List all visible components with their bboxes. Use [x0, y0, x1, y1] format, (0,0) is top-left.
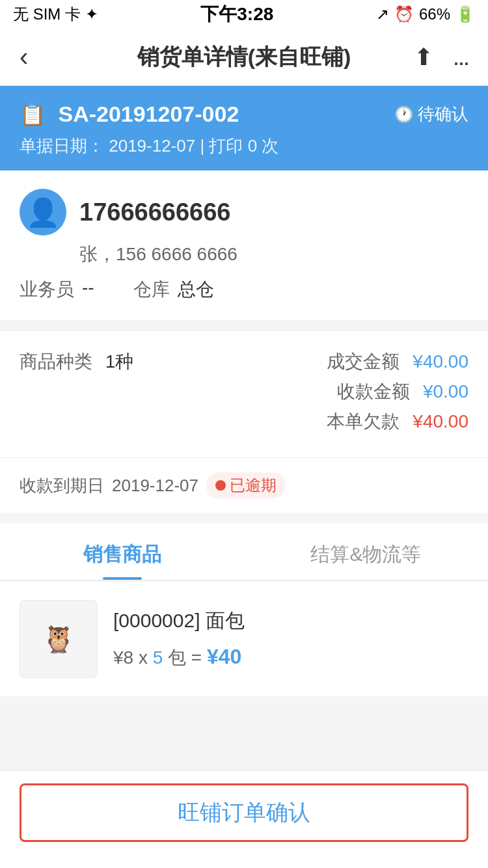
status-left: 无 SIM 卡 ✦ — [13, 4, 98, 25]
order-date: 单据日期： 2019-12-07 | 打印 0 次 — [20, 135, 468, 157]
summary-right: 成交金额 ¥40.00 收款金额 ¥0.00 本单欠款 ¥40.00 — [327, 349, 468, 439]
overdue-text: 已逾期 — [230, 475, 277, 496]
tab-settlement[interactable]: 结算&物流等 — [244, 523, 488, 580]
total-value: ¥40 — [207, 645, 241, 668]
overdue-dot-icon — [215, 480, 226, 491]
product-logo-icon: 🦉 — [42, 624, 75, 655]
due-section: 收款到期日 2019-12-07 已逾期 — [0, 457, 488, 513]
summary-section: 商品种类 1种 成交金额 ¥40.00 收款金额 ¥0.00 本单欠款 ¥40.… — [0, 331, 488, 457]
salesperson-value: -- — [82, 277, 94, 302]
order-header: 📋 SA-20191207-002 🕐 待确认 单据日期： 2019-12-07… — [0, 86, 488, 170]
share-button[interactable]: ⬆ — [414, 44, 433, 71]
salesperson-label: 业务员 — [20, 277, 74, 302]
alarm-icon: ⏰ — [394, 5, 414, 23]
unit-text: 包 — [168, 647, 186, 668]
due-date-value: 2019-12-07 — [112, 476, 198, 496]
bottom-bar: 旺铺订单确认 — [0, 770, 488, 868]
customer-name: 张，156 6666 6666 — [79, 242, 468, 267]
product-type-value: 1种 — [105, 351, 134, 372]
received-value: ¥0.00 — [423, 381, 468, 402]
customer-meta: 业务员 -- 仓库 总仓 — [20, 277, 468, 302]
order-status: 🕐 待确认 — [394, 103, 468, 126]
status-bar: 无 SIM 卡 ✦ 下午3:28 ↗ ⏰ 66% 🔋 — [0, 0, 488, 29]
confirm-button[interactable]: 旺铺订单确认 — [20, 783, 468, 842]
amount-label: 成交金额 — [327, 349, 400, 374]
order-id: 📋 SA-20191207-002 — [20, 102, 239, 127]
tab-products[interactable]: 销售商品 — [0, 523, 244, 580]
location-icon: ↗ — [376, 5, 389, 23]
battery-icon: 🔋 — [455, 5, 475, 23]
salesperson-item: 业务员 -- — [20, 277, 94, 302]
owed-value: ¥40.00 — [413, 411, 468, 432]
price-text: ¥8 — [113, 647, 133, 668]
customer-section: 👤 17666666666 张，156 6666 6666 业务员 -- 仓库 … — [0, 170, 488, 320]
nav-actions: ⬆ ... — [414, 44, 468, 71]
received-label: 收款金额 — [337, 379, 410, 404]
owed-label: 本单欠款 — [327, 409, 400, 434]
back-button[interactable]: ‹ — [20, 42, 28, 72]
product-info: [0000002] 面包 ¥8 x 5 包 = ¥40 — [113, 608, 245, 670]
received-row: 收款金额 ¥0.00 — [327, 379, 468, 404]
status-time: 下午3:28 — [200, 2, 273, 27]
amount-value: ¥40.00 — [413, 351, 468, 372]
page-title: 销货单详情(来自旺铺) — [137, 42, 351, 72]
summary-left: 商品种类 1种 — [20, 349, 133, 377]
product-thumbnail: 🦉 — [20, 600, 98, 678]
clock-icon: 🕐 — [394, 105, 414, 124]
customer-phone: 17666666666 — [79, 198, 230, 226]
product-section: 🦉 [0000002] 面包 ¥8 x 5 包 = ¥40 — [0, 582, 488, 696]
avatar: 👤 — [20, 189, 66, 236]
no-sim-text: 无 SIM 卡 ✦ — [13, 4, 98, 25]
person-icon: 👤 — [26, 197, 60, 228]
quantity-value: 5 — [153, 647, 163, 668]
tabs-section: 销售商品 结算&物流等 — [0, 523, 488, 580]
status-text: 待确认 — [418, 103, 468, 126]
owed-row: 本单欠款 ¥40.00 — [327, 409, 468, 434]
order-icon: 📋 — [20, 103, 46, 126]
status-right: ↗ ⏰ 66% 🔋 — [376, 5, 475, 23]
overdue-badge: 已逾期 — [206, 472, 286, 498]
product-type-row: 商品种类 1种 — [20, 349, 133, 374]
product-item: 🦉 [0000002] 面包 ¥8 x 5 包 = ¥40 — [0, 582, 488, 696]
nav-bar: ‹ 销货单详情(来自旺铺) ⬆ ... — [0, 29, 488, 86]
product-price-row: ¥8 x 5 包 = ¥40 — [113, 645, 245, 670]
warehouse-item: 仓库 总仓 — [133, 277, 214, 302]
customer-row: 👤 17666666666 — [20, 189, 468, 236]
more-button[interactable]: ... — [453, 44, 468, 71]
multiply-icon: x — [139, 647, 153, 668]
product-type-label: 商品种类 — [20, 351, 92, 372]
warehouse-value: 总仓 — [178, 277, 214, 302]
equals-text: = — [191, 647, 207, 668]
warehouse-label: 仓库 — [133, 277, 170, 302]
amount-row: 成交金额 ¥40.00 — [327, 349, 468, 374]
product-name: [0000002] 面包 — [113, 608, 245, 634]
battery-text: 66% — [419, 5, 450, 23]
due-date-label: 收款到期日 — [20, 474, 104, 497]
